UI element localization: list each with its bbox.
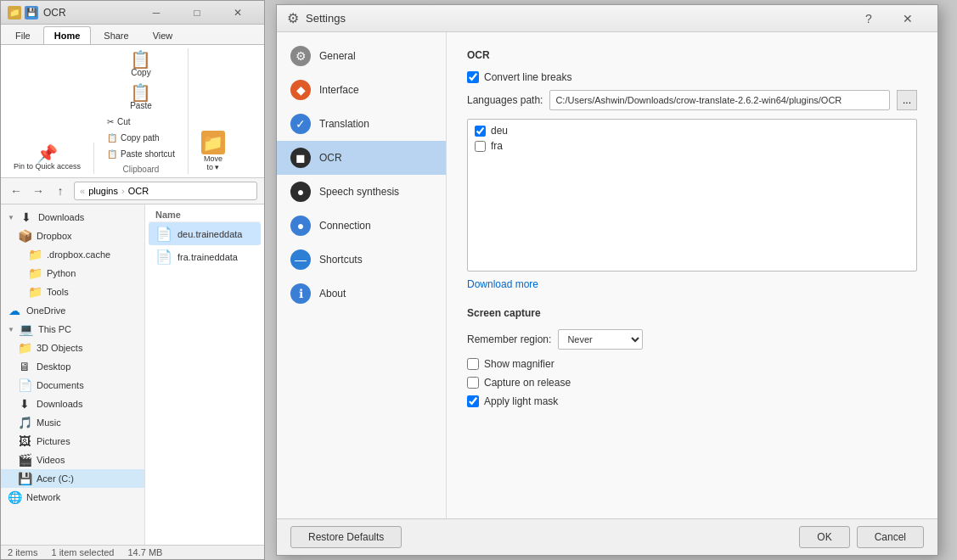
music-icon: 🎵	[18, 416, 31, 429]
browse-button[interactable]: ...	[897, 90, 917, 110]
sidebar-item-dropbox-cache[interactable]: 📁 .dropbox.cache	[1, 245, 144, 264]
sidebar-item-videos[interactable]: 🎬 Videos	[1, 451, 144, 469]
nav-item-general[interactable]: ⚙ General	[277, 39, 446, 73]
sidebar-item-dropbox[interactable]: 📦 Dropbox	[1, 227, 144, 245]
back-button[interactable]: ←	[8, 182, 25, 199]
videos-icon: 🎬	[18, 453, 31, 467]
nav-label-interface: Interface	[319, 84, 359, 96]
cut-button[interactable]: ✂ Cut	[101, 115, 181, 129]
sidebar-label-documents: Documents	[37, 380, 84, 390]
dialog-close-button[interactable]: ✕	[888, 5, 927, 32]
lang-item-deu: deu	[471, 123, 913, 138]
sidebar-item-onedrive[interactable]: ☁ OneDrive	[1, 301, 144, 320]
restore-defaults-button[interactable]: Restore Defaults	[290, 526, 402, 548]
download-more-link[interactable]: Download more	[467, 278, 538, 290]
sidebar-item-desktop[interactable]: 🖥 Desktop	[1, 357, 144, 376]
capture-on-release-checkbox[interactable]	[467, 377, 479, 389]
apply-light-mask-checkbox[interactable]	[467, 395, 479, 407]
forward-button[interactable]: →	[30, 182, 47, 199]
maximize-button[interactable]: □	[177, 1, 217, 25]
breadcrumb-plugins[interactable]: plugins	[88, 186, 118, 196]
nav-item-about[interactable]: ℹ About	[277, 277, 446, 311]
nav-item-connection[interactable]: ● Connection	[277, 209, 446, 243]
convert-line-breaks-checkbox[interactable]	[467, 71, 479, 83]
remember-region-select[interactable]: Never Always Until exit	[558, 329, 643, 350]
breadcrumb[interactable]: « plugins › OCR	[74, 182, 257, 200]
up-button[interactable]: ↑	[52, 182, 69, 199]
file-item-deu[interactable]: 📄 deu.traineddata	[149, 222, 261, 245]
lang-deu-checkbox[interactable]	[475, 126, 486, 137]
sidebar-item-tools[interactable]: 📁 Tools	[1, 283, 144, 301]
sidebar-item-music[interactable]: 🎵 Music	[1, 413, 144, 432]
dialog-help-button[interactable]: ?	[849, 5, 888, 32]
nav-item-speech[interactable]: ● Speech synthesis	[277, 175, 446, 209]
copy-path-button[interactable]: 📋 Copy path	[101, 131, 181, 145]
show-magnifier-checkbox[interactable]	[467, 358, 479, 370]
settings-nav: ⚙ General ◆ Interface ✓ Translation ◼ OC…	[277, 32, 447, 518]
paste-shortcut-button[interactable]: 📋 Paste shortcut	[101, 147, 181, 161]
move-to-button[interactable]: 📁 Moveto ▾	[195, 128, 231, 174]
footer-right-buttons: OK Cancel	[799, 526, 924, 548]
languages-path-label: Languages path:	[467, 94, 543, 106]
dialog-title-bar: ⚙ Settings ? ✕	[277, 5, 937, 32]
shortcuts-icon: —	[290, 249, 311, 270]
tab-file[interactable]: File	[4, 26, 42, 44]
close-button[interactable]: ✕	[218, 1, 257, 25]
sidebar-label-onedrive: OneDrive	[26, 305, 65, 316]
dialog-body: ⚙ General ◆ Interface ✓ Translation ◼ OC…	[277, 32, 937, 518]
apply-light-mask-row: Apply light mask	[467, 395, 917, 407]
translation-icon: ✓	[290, 114, 311, 134]
nav-item-shortcuts[interactable]: — Shortcuts	[277, 243, 446, 277]
sidebar-item-downloads2[interactable]: ⬇ Downloads	[1, 395, 144, 413]
nav-label-ocr: OCR	[319, 152, 342, 164]
dropbox-icon: 📦	[18, 229, 31, 243]
folder-icon-python: 📁	[28, 266, 42, 280]
capture-on-release-row: Capture on release	[467, 377, 917, 389]
settings-content: OCR Convert line breaks Languages path: …	[447, 32, 937, 518]
dialog-footer: Restore Defaults OK Cancel	[277, 518, 937, 555]
nav-item-ocr[interactable]: ◼ OCR	[277, 141, 446, 175]
nav-item-interface[interactable]: ◆ Interface	[277, 73, 446, 107]
tab-share[interactable]: Share	[93, 26, 139, 44]
cancel-button[interactable]: Cancel	[857, 526, 924, 548]
remember-region-label: Remember region:	[467, 333, 551, 345]
tab-home[interactable]: Home	[43, 26, 92, 44]
breadcrumb-ocr[interactable]: OCR	[128, 186, 149, 196]
3dobjects-icon: 📁	[18, 341, 31, 355]
file-item-fra[interactable]: 📄 fra.traineddata	[149, 245, 261, 268]
sidebar-label-acerc: Acer (C:)	[37, 473, 74, 484]
minimize-button[interactable]: ─	[137, 1, 176, 25]
explorer-title-bar: 📁 💾 OCR ─ □ ✕	[1, 1, 264, 25]
sidebar-item-acerc[interactable]: 💾 Acer (C:)	[1, 469, 144, 488]
network-icon: 🌐	[8, 490, 21, 504]
languages-path-input[interactable]	[549, 90, 890, 110]
nav-item-translation[interactable]: ✓ Translation	[277, 107, 446, 141]
general-icon: ⚙	[290, 46, 311, 66]
tab-view[interactable]: View	[142, 26, 184, 44]
sidebar-item-python[interactable]: 📁 Python	[1, 264, 144, 283]
remember-region-row: Remember region: Never Always Until exit	[467, 329, 917, 350]
interface-icon: ◆	[290, 80, 311, 100]
sidebar-label-python: Python	[47, 268, 76, 278]
sidebar-item-pictures[interactable]: 🖼 Pictures	[1, 432, 144, 451]
show-magnifier-label: Show magnifier	[484, 358, 554, 370]
lang-fra-checkbox[interactable]	[475, 141, 486, 152]
lang-fra-label: fra	[491, 140, 503, 152]
paste-button[interactable]: 📋 Paste	[124, 81, 158, 113]
status-size: 14.7 MB	[127, 547, 162, 557]
file-name-fra: fra.traineddata	[177, 252, 238, 262]
sidebar-item-3dobjects[interactable]: 📁 3D Objects	[1, 339, 144, 357]
copy-button[interactable]: 📋 Copy	[124, 48, 157, 80]
nav-label-general: General	[319, 50, 356, 62]
sidebar-item-documents[interactable]: 📄 Documents	[1, 376, 144, 395]
sidebar-item-downloads[interactable]: ▼ ⬇ Downloads	[1, 208, 144, 227]
sidebar-item-thispc[interactable]: ▼ 💻 This PC	[1, 320, 144, 339]
downloads2-icon: ⬇	[18, 397, 31, 411]
languages-path-row: Languages path: ...	[467, 90, 917, 110]
sidebar-label-network: Network	[26, 492, 60, 502]
pin-to-quick-button[interactable]: 📌 Pin to Quick access	[8, 143, 87, 174]
lang-item-fra: fra	[471, 138, 913, 154]
ok-button[interactable]: OK	[799, 526, 849, 548]
file-list-header: Name	[149, 208, 261, 222]
sidebar-item-network[interactable]: 🌐 Network	[1, 488, 144, 507]
